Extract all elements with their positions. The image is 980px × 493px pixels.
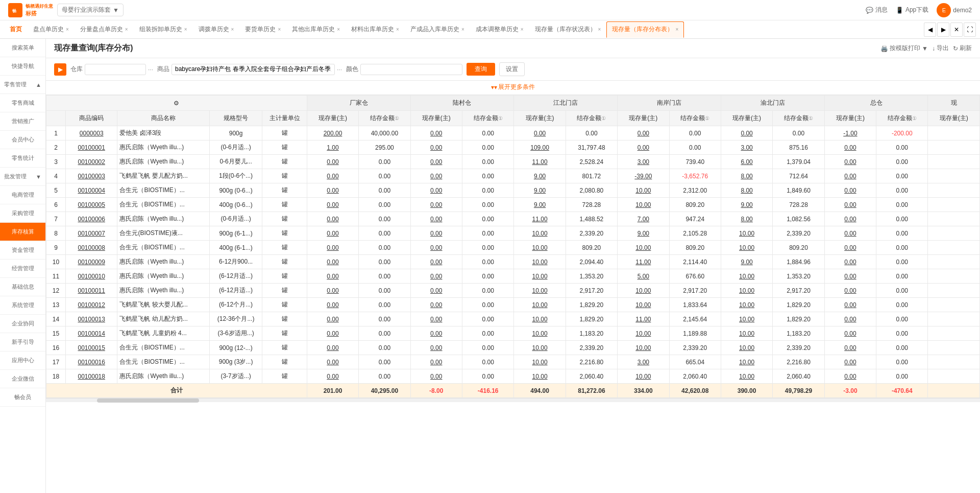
tab-cost-adjust[interactable]: 成本调整单历史 ×	[470, 21, 529, 38]
export-btn[interactable]: ↓ 导出	[932, 44, 949, 53]
th-name: 商品名称	[117, 111, 209, 126]
expand-conditions-btn[interactable]: ▾▾ 展开更多条件	[491, 83, 535, 91]
app-download-btn[interactable]: 📱 App下载	[896, 6, 928, 14]
filter-expand-arrow[interactable]: ▶	[54, 63, 66, 76]
color-label: 颜色	[346, 65, 358, 74]
tab-close-icon[interactable]: ×	[125, 27, 128, 32]
tab-material-out[interactable]: 材料出库单历史 ×	[346, 21, 405, 38]
th-fc-qty: 现存量(主)	[307, 111, 358, 126]
settings-btn[interactable]: 设置	[499, 62, 525, 76]
tab-close-icon[interactable]: ×	[396, 27, 399, 32]
message-btn[interactable]: 💬 消息	[866, 6, 888, 14]
th-code: 商品编码	[66, 111, 117, 126]
cell-lc-amt: 0.00	[462, 183, 513, 198]
industry-label: 母婴行业演示陈套	[62, 6, 111, 14]
tab-close-icon[interactable]: ×	[66, 27, 69, 32]
cell-zc-qty: 0.00	[824, 341, 876, 355]
sidebar-item-member2[interactable]: 畅会员	[0, 388, 45, 407]
tab-close-icon[interactable]: ×	[521, 27, 524, 32]
sidebar-item-purchase[interactable]: 采购管理	[0, 204, 45, 223]
tab-stock-status[interactable]: 现存量（库存状况表） ×	[529, 21, 607, 38]
settings-gear-icon[interactable]: ⚙	[174, 100, 179, 107]
sidebar-item-app-center[interactable]: 应用中心	[0, 351, 45, 370]
sidebar-item-ecommerce[interactable]: 电商管理	[0, 186, 45, 204]
refresh-btn[interactable]: ↻ 刷新	[953, 44, 972, 53]
info-icon6[interactable]: ①	[912, 115, 917, 121]
tab-close-all-btn[interactable]: ✕	[950, 22, 963, 37]
tab-requisition[interactable]: 要货单历史 ×	[239, 21, 286, 38]
tab-home[interactable]: 首页	[4, 21, 28, 38]
tab-close-icon[interactable]: ×	[337, 27, 340, 32]
tab-close-icon[interactable]: ×	[461, 27, 464, 32]
cell-jb-qty: 10.00	[514, 298, 566, 312]
cell-code: 00100011	[66, 284, 117, 298]
cell-fc-amt: 0.00	[359, 298, 410, 312]
tab-close-icon[interactable]: ×	[184, 27, 187, 32]
sidebar-item-member[interactable]: 会员中心	[0, 131, 45, 149]
sidebar-item-operations[interactable]: 经营管理	[0, 260, 45, 278]
tab-other-out[interactable]: 其他出库单历史 ×	[286, 21, 346, 38]
sidebar-item-guide[interactable]: 新手引导	[0, 333, 45, 351]
cell-nb-amt: 2,339.20	[669, 341, 721, 355]
info-icon[interactable]: ①	[395, 115, 399, 121]
cell-nb-qty: 10.00	[618, 284, 669, 298]
cell-zc-amt: 0.00	[876, 341, 928, 355]
tab-split-check[interactable]: 分量盘点单历史 ×	[75, 21, 134, 38]
cell-yb-qty: 10.00	[721, 355, 772, 369]
tab-assembly[interactable]: 组装拆卸单历史 ×	[134, 21, 193, 38]
cell-lc-amt: 0.00	[462, 198, 513, 212]
sidebar-item-wholesale[interactable]: 批发管理 ▼	[0, 168, 45, 186]
table-row: 12 00100011 惠氏启陈（Wyeth illu...) (6-12月适.…	[46, 284, 980, 298]
tab-next-btn[interactable]: ▶	[937, 22, 949, 37]
sidebar-item-search[interactable]: 搜索英单	[0, 39, 45, 57]
scrollbar-thumb[interactable]	[97, 398, 199, 403]
horizontal-scrollbar[interactable]	[46, 398, 980, 402]
cell-name: 合生元（BIOSTIME）...	[117, 198, 209, 212]
sidebar-item-basics[interactable]: 基础信息	[0, 278, 45, 296]
tab-close-icon[interactable]: ×	[278, 27, 281, 32]
sidebar-item-finance[interactable]: 资金管理	[0, 241, 45, 260]
sidebar-item-retail-stats[interactable]: 零售统计	[0, 149, 45, 168]
sidebar-item-retail-mall[interactable]: 零售商城	[0, 94, 45, 112]
tab-close-icon[interactable]: ×	[675, 27, 678, 32]
warehouse-input[interactable]	[85, 64, 146, 75]
cell-lc-qty: 0.00	[410, 269, 462, 284]
info-icon2[interactable]: ①	[498, 115, 503, 121]
tab-close-icon[interactable]: ×	[598, 27, 601, 32]
tab-close-icon[interactable]: ×	[231, 27, 234, 32]
print-btn[interactable]: 🖨️ 按模版打印 ▼	[880, 44, 928, 53]
sidebar-item-system[interactable]: 系统管理	[0, 296, 45, 315]
tab-expand-btn[interactable]: ⛶	[964, 22, 976, 37]
user-area[interactable]: E demo2	[937, 3, 972, 17]
sidebar-item-quicknav[interactable]: 快捷导航	[0, 57, 45, 76]
table-row: 4 00100003 飞鹤星飞帆 婴儿配方奶... 1段(0-6个...) 罐 …	[46, 169, 980, 183]
tab-finished-in[interactable]: 产成品入库单历史 ×	[405, 21, 470, 38]
sidebar-item-marketing[interactable]: 营销推广	[0, 112, 45, 131]
cell-nb-qty: 10.00	[618, 369, 669, 384]
top-bar-left: 畅 畅栖遇好生意 标搭 母婴行业演示陈套 ▼	[8, 3, 124, 17]
tab-stock-dist[interactable]: 现存量（库存分布表） ×	[606, 21, 684, 38]
cell-code: 00100015	[66, 341, 117, 355]
sidebar-item-inventory[interactable]: 库存核算	[0, 223, 45, 241]
total-yb-qty: 390.00	[721, 384, 772, 398]
tab-prev-btn[interactable]: ◀	[924, 22, 936, 37]
industry-selector[interactable]: 母婴行业演示陈套 ▼	[57, 4, 124, 16]
sidebar-item-wechat[interactable]: 企业微信	[0, 370, 45, 388]
table-row: 10 00100009 惠氏启陈（Wyeth illu...) 6-12月900…	[46, 255, 980, 269]
sidebar-item-retail-mgmt[interactable]: 零售管理 ▲	[0, 76, 45, 94]
color-input[interactable]	[360, 64, 462, 75]
sidebar-item-enterprise[interactable]: 企业协同	[0, 315, 45, 333]
warehouse-ellipsis[interactable]: ···	[148, 66, 153, 73]
info-icon4[interactable]: ①	[705, 115, 709, 121]
cell-zc-amt: 0.00	[876, 269, 928, 284]
goods-input[interactable]	[172, 64, 335, 75]
th-fc-amt: 结存金额①	[359, 111, 410, 126]
info-icon3[interactable]: ①	[601, 115, 606, 121]
tab-transfer[interactable]: 调拨单历史 ×	[193, 21, 240, 38]
tab-inventory-check[interactable]: 盘点单历史 ×	[28, 21, 75, 38]
goods-ellipsis[interactable]: ···	[337, 66, 342, 73]
query-btn[interactable]: 查询	[467, 63, 495, 76]
cell-num: 1	[46, 126, 66, 140]
cell-fc-amt: 0.00	[359, 269, 410, 284]
info-icon5[interactable]: ①	[808, 115, 813, 121]
